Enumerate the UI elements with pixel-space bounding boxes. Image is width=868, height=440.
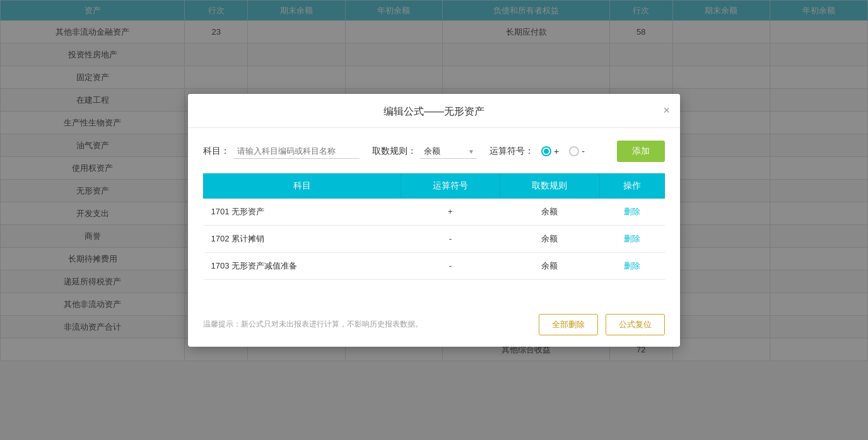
modal-header: 编辑公式——无形资产 × [188, 94, 680, 128]
formula-operator: - [401, 225, 500, 252]
rule-select[interactable]: 余额 借方 贷方 [420, 144, 477, 159]
rule-section: 取数规则： 余额 借方 贷方 ▼ [372, 144, 477, 159]
reset-button[interactable]: 公式复位 [606, 314, 665, 335]
formula-rule: 余额 [500, 252, 600, 279]
formula-operator: - [401, 252, 500, 279]
subject-input[interactable] [233, 144, 360, 159]
radio-minus[interactable]: - [569, 146, 585, 156]
add-button[interactable]: 添加 [617, 141, 665, 162]
operator-label: 运算符号： [490, 146, 534, 157]
modal-overlay: 编辑公式——无形资产 × 科目： 取数规则： 余额 借方 [0, 0, 868, 440]
rule-select-wrap: 余额 借方 贷方 ▼ [420, 144, 477, 159]
close-button[interactable]: × [663, 105, 670, 116]
delete-row-button[interactable]: 删除 [624, 206, 640, 217]
modal-title: 编辑公式——无形资产 [384, 106, 484, 117]
modal-footer: 温馨提示：新公式只对未出报表进行计算，不影响历史报表数据。 全部删除 公式复位 [188, 305, 680, 347]
radio-plus-circle [541, 146, 551, 156]
footer-tip: 温馨提示：新公式只对未出报表进行计算，不影响历史报表数据。 [203, 319, 423, 330]
form-row: 科目： 取数规则： 余额 借方 贷方 ▼ [203, 141, 665, 162]
delete-row-button[interactable]: 删除 [624, 233, 640, 245]
operator-section: 运算符号： + - [490, 146, 585, 157]
delete-row-button[interactable]: 删除 [624, 260, 640, 272]
table-row: 1701 无形资产+余额删除 [204, 198, 665, 225]
table-row: 1702 累计摊销-余额删除 [204, 225, 665, 252]
subject-label: 科目： [203, 146, 230, 157]
col-operator: 运算符号 [401, 173, 500, 198]
formula-table: 科目 运算符号 取数规则 操作 1701 无形资产+余额删除1702 累计摊销-… [203, 173, 665, 280]
col-subject: 科目 [204, 173, 401, 198]
formula-action: 删除 [599, 252, 664, 279]
radio-plus[interactable]: + [541, 146, 559, 156]
formula-rule: 余额 [500, 225, 600, 252]
modal-dialog: 编辑公式——无形资产 × 科目： 取数规则： 余额 借方 [188, 94, 680, 347]
formula-subject: 1703 无形资产减值准备 [204, 252, 401, 279]
rule-label: 取数规则： [372, 146, 416, 157]
radio-minus-circle [569, 146, 579, 156]
footer-buttons: 全部删除 公式复位 [539, 314, 665, 335]
subject-section: 科目： [203, 144, 360, 159]
formula-rule: 余额 [500, 198, 600, 225]
radio-minus-label: - [582, 146, 585, 156]
formula-action: 删除 [599, 225, 664, 252]
col-action: 操作 [599, 173, 664, 198]
radio-plus-label: + [554, 146, 559, 156]
table-row: 1703 无形资产减值准备-余额删除 [204, 252, 665, 279]
delete-all-button[interactable]: 全部删除 [539, 314, 598, 335]
modal-body: 科目： 取数规则： 余额 借方 贷方 ▼ [188, 128, 680, 305]
radio-group: + - [541, 146, 585, 156]
formula-subject: 1701 无形资产 [204, 198, 401, 225]
col-rule: 取数规则 [500, 173, 600, 198]
formula-subject: 1702 累计摊销 [204, 225, 401, 252]
formula-action: 删除 [599, 198, 664, 225]
formula-operator: + [401, 198, 500, 225]
